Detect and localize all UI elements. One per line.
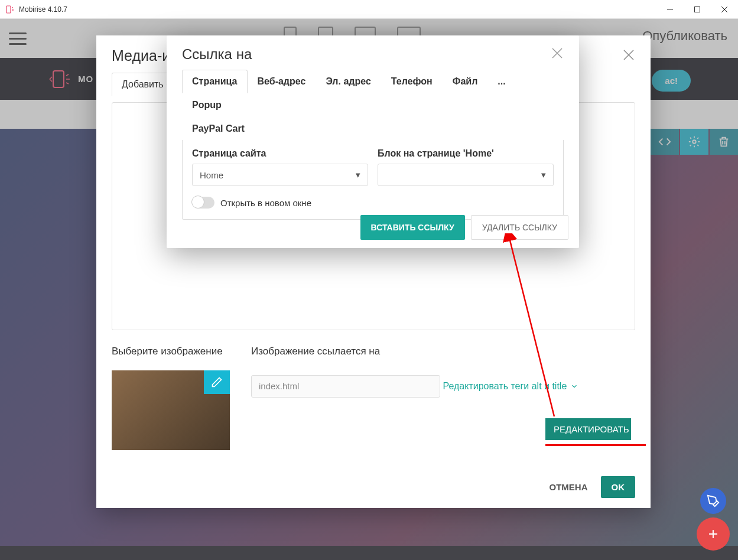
- edit-link-button[interactable]: РЕДАКТИРОВАТЬ С: [545, 418, 631, 440]
- svg-rect-2: [695, 6, 700, 12]
- media-cancel-button[interactable]: ОТМЕНА: [545, 476, 593, 498]
- site-page-select[interactable]: Home ▾: [192, 164, 368, 186]
- theme-fab[interactable]: [700, 488, 726, 514]
- tab-phone[interactable]: Телефон: [381, 70, 443, 93]
- add-block-fab[interactable]: +: [697, 517, 730, 551]
- remove-link-button[interactable]: УДАЛИТЬ ССЫЛКУ: [471, 215, 568, 240]
- tab-page[interactable]: Страница: [182, 70, 248, 93]
- page-block-label: Блок на странице 'Home': [378, 148, 554, 159]
- svg-rect-0: [6, 6, 11, 13]
- window-minimize-button[interactable]: [656, 0, 684, 19]
- select-image-label: Выберите изображение: [112, 346, 230, 357]
- edit-alt-title-link[interactable]: Редактировать теги alt и title: [443, 381, 578, 392]
- window-close-button[interactable]: [711, 0, 738, 19]
- insert-link-button[interactable]: ВСТАВИТЬ ССЫЛКУ: [360, 215, 465, 240]
- tab-more[interactable]: ...: [487, 70, 515, 93]
- chevron-down-icon: ▾: [356, 170, 360, 180]
- window-maximize-button[interactable]: [684, 0, 711, 19]
- image-thumbnail[interactable]: [112, 370, 230, 450]
- app-icon: [5, 4, 15, 15]
- tab-email[interactable]: Эл. адрес: [316, 70, 381, 93]
- site-page-label: Страница сайта: [192, 148, 368, 159]
- link-dialog-close-button[interactable]: [551, 47, 564, 62]
- tab-paypal[interactable]: PayPal Cart: [182, 117, 564, 141]
- tab-popup[interactable]: Popup: [182, 93, 232, 117]
- tab-url[interactable]: Веб-адрес: [248, 70, 316, 93]
- link-to-dialog: Ссылка на Страница Веб-адрес Эл. адрес Т…: [167, 35, 579, 248]
- media-dialog-close-button[interactable]: [622, 48, 635, 64]
- annotation-underline: [545, 444, 646, 446]
- open-new-window-label: Открыть в новом окне: [220, 198, 311, 208]
- link-url-input[interactable]: [251, 375, 440, 398]
- window-title: Mobirise 4.10.7: [19, 5, 67, 14]
- window-titlebar: Mobirise 4.10.7: [0, 0, 738, 19]
- svg-point-1: [12, 7, 13, 8]
- chevron-down-icon: ▾: [541, 170, 546, 180]
- image-links-to-label: Изображение ссылается на: [251, 346, 635, 357]
- page-block-select[interactable]: ▾: [378, 164, 554, 186]
- tab-file[interactable]: Файл: [443, 70, 488, 93]
- edit-image-button[interactable]: [204, 370, 230, 394]
- link-dialog-title: Ссылка на: [182, 46, 252, 63]
- media-ok-button[interactable]: OK: [601, 476, 636, 498]
